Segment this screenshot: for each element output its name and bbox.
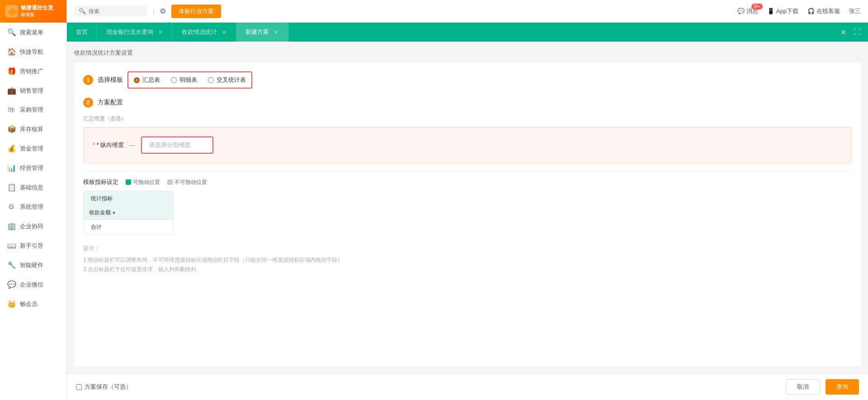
tab-close-collection-stats[interactable]: ✕ bbox=[221, 29, 227, 35]
nav-label-basic-info: 基础信息 bbox=[20, 184, 43, 192]
sidebar-item-basic-info[interactable]: 📋基础信息 bbox=[0, 178, 66, 197]
sidebar-nav: 🔍搜索菜单🏠快捷导航🎁营销推广💼销售管理🛍采购管理📦库存核算💰资金管理📊经营管理… bbox=[0, 23, 66, 400]
logo-icon: 🔶 bbox=[5, 5, 18, 18]
metrics-category-header: 统计指标 bbox=[84, 191, 173, 206]
sidebar-item-enterprise[interactable]: 🏢企业协同 bbox=[0, 216, 66, 236]
tip2: 2.点击标题栏下拉可设置排序、插入列和删除列 bbox=[83, 265, 852, 275]
nav-icon-basic-info: 📋 bbox=[7, 183, 15, 192]
template-cross[interactable]: 交叉统计表 bbox=[208, 76, 246, 84]
step2-number: 2 bbox=[83, 98, 93, 108]
nav-icon-operation: 📊 bbox=[7, 164, 15, 172]
nav-label-system: 系统管理 bbox=[20, 203, 43, 211]
user-info[interactable]: 张三 bbox=[849, 7, 861, 15]
nav-label-wechat: 企业微信 bbox=[20, 281, 43, 289]
nav-label-member: 畅会员 bbox=[20, 300, 38, 308]
nav-icon-inventory: 📦 bbox=[7, 125, 15, 133]
nav-icon-enterprise: 🏢 bbox=[7, 222, 15, 231]
search-input[interactable] bbox=[89, 8, 143, 14]
tab-collection-stats[interactable]: 收款情况统计✕ bbox=[173, 23, 236, 42]
dimension-area: * * 纵向维度 — 请选择分组维度 bbox=[83, 127, 852, 163]
download-button[interactable]: 📱 App下载 bbox=[767, 7, 798, 15]
header: 🔍 | ⚙ 体验行业方案 💬 消息 99+ 📱 App下载 🎧 在线客服 张三 bbox=[67, 0, 868, 23]
sidebar-item-wechat[interactable]: 💬企业微信 bbox=[0, 275, 66, 294]
header-search-box[interactable]: 🔍 bbox=[74, 6, 147, 16]
service-button[interactable]: 🎧 在线客服 bbox=[807, 7, 840, 15]
service-icon: 🎧 bbox=[807, 8, 815, 14]
tips-section: 提示： 1.拖动标题栏可以调整布局，不可跨维度或指标区域拖动栏目字段（只能在同一… bbox=[83, 244, 852, 275]
nav-icon-quick-nav: 🏠 bbox=[7, 47, 15, 56]
user-name: 张三 bbox=[849, 7, 861, 15]
template-detail[interactable]: 明细表 bbox=[171, 76, 197, 84]
nav-icon-marketing: 🎁 bbox=[7, 67, 15, 75]
sidebar-item-quick-nav[interactable]: 🏠快捷导航 bbox=[0, 42, 66, 61]
settings-icon[interactable]: ⚙ bbox=[160, 7, 166, 15]
sidebar-item-hardware[interactable]: 🔧智能硬件 bbox=[0, 255, 66, 275]
step2-section: 2 方案配置 汇总维度（必选） * * 纵向维度 — 请选择分组维度 bbox=[83, 98, 852, 275]
nav-icon-search-menu: 🔍 bbox=[7, 28, 15, 37]
tab-close-cash-flow[interactable]: ✕ bbox=[157, 29, 163, 35]
nav-label-operation: 经营管理 bbox=[20, 164, 43, 172]
sidebar-item-marketing[interactable]: 🎁营销推广 bbox=[0, 61, 66, 81]
save-option[interactable]: 方案保存（可选） bbox=[76, 383, 132, 391]
logo-text: 畅捷通好生意 标准版 bbox=[21, 5, 53, 18]
sidebar-item-inventory[interactable]: 📦库存核算 bbox=[0, 119, 66, 139]
radio-summary[interactable] bbox=[134, 77, 140, 83]
template-summary[interactable]: 汇总表 bbox=[134, 76, 160, 84]
sidebar-item-finance[interactable]: 💰资金管理 bbox=[0, 139, 66, 158]
summary-label: 汇总表 bbox=[142, 76, 160, 84]
cross-label: 交叉统计表 bbox=[217, 76, 246, 84]
sidebar-item-sales[interactable]: 💼销售管理 bbox=[0, 81, 66, 100]
trial-button[interactable]: 体验行业方案 bbox=[171, 5, 221, 18]
sidebar-item-system[interactable]: ⚙系统管理 bbox=[0, 197, 66, 216]
save-checkbox[interactable] bbox=[76, 384, 82, 390]
nav-label-search-menu: 搜索菜单 bbox=[20, 28, 43, 37]
dimension-select[interactable]: 请选择分组维度 bbox=[141, 136, 213, 154]
draggable-badge bbox=[126, 179, 131, 185]
template-options: 汇总表 明细表 交叉统计表 bbox=[127, 71, 252, 89]
dropdown-icon[interactable]: ▾ bbox=[113, 210, 115, 216]
radio-detail[interactable] bbox=[171, 77, 177, 83]
query-button[interactable]: 查询 bbox=[826, 379, 859, 395]
tab-home[interactable]: 首页 bbox=[67, 23, 97, 42]
sidebar-item-purchase[interactable]: 🛍采购管理 bbox=[0, 100, 66, 119]
tab-close-new-plan[interactable]: ✕ bbox=[273, 29, 279, 35]
metrics-table: 统计指标 收款金额 ▾ 合计 bbox=[83, 191, 174, 235]
tab-label-collection-stats: 收款情况统计 bbox=[182, 28, 217, 36]
metrics-col-header: 收款金额 ▾ bbox=[84, 206, 173, 220]
nav-label-purchase: 采购管理 bbox=[20, 106, 43, 114]
nav-icon-member: 👑 bbox=[7, 300, 15, 308]
vertical-dim-label: * * 纵向维度 bbox=[93, 141, 124, 149]
close-tab-icon[interactable]: ✕ bbox=[839, 26, 848, 38]
tab-label-home: 首页 bbox=[76, 28, 88, 36]
download-icon: 📱 bbox=[767, 8, 774, 14]
nav-icon-system: ⚙ bbox=[7, 202, 15, 211]
nav-icon-hardware: 🔧 bbox=[7, 261, 15, 269]
nav-icon-sales: 💼 bbox=[7, 86, 15, 95]
header-divider: | bbox=[153, 8, 154, 14]
radio-cross[interactable] bbox=[208, 77, 214, 83]
arrow-right-icon: — bbox=[129, 141, 136, 149]
tab-label-cash-flow: 现金银行流水查询 bbox=[106, 28, 153, 36]
metrics-total-cell: 合计 bbox=[84, 220, 173, 235]
sidebar-item-member[interactable]: 👑畅会员 bbox=[0, 294, 66, 314]
nav-label-inventory: 库存核算 bbox=[20, 125, 43, 133]
tips-title: 提示： bbox=[83, 244, 852, 254]
step1-title: 选择模板 bbox=[98, 76, 123, 84]
step1-number: 1 bbox=[83, 75, 93, 85]
message-button[interactable]: 💬 消息 99+ bbox=[737, 7, 758, 15]
bottom-buttons: 取消 查询 bbox=[786, 379, 859, 395]
message-icon: 💬 bbox=[737, 8, 745, 14]
detail-label: 明细表 bbox=[179, 76, 197, 84]
sidebar: 🔶 畅捷通好生意 标准版 🔍搜索菜单🏠快捷导航🎁营销推广💼销售管理🛍采购管理📦库… bbox=[0, 0, 67, 400]
tab-new-plan[interactable]: 新建方案✕ bbox=[236, 23, 288, 42]
maximize-icon[interactable]: ⛶ bbox=[852, 26, 863, 38]
main-card: 1 选择模板 汇总表 明细表 交叉统计表 bbox=[74, 62, 861, 366]
sidebar-item-operation[interactable]: 📊经营管理 bbox=[0, 158, 66, 178]
cancel-button[interactable]: 取消 bbox=[786, 379, 820, 395]
step2-title: 方案配置 bbox=[98, 99, 123, 107]
tabs-controls: ✕ ⛶ bbox=[839, 26, 868, 38]
tab-cash-flow[interactable]: 现金银行流水查询✕ bbox=[97, 23, 173, 42]
sidebar-item-guide[interactable]: 📖新手引导 bbox=[0, 236, 66, 255]
sidebar-item-search-menu[interactable]: 🔍搜索菜单 bbox=[0, 23, 66, 42]
page-title: 收款情况统计方案设置 bbox=[74, 49, 861, 57]
